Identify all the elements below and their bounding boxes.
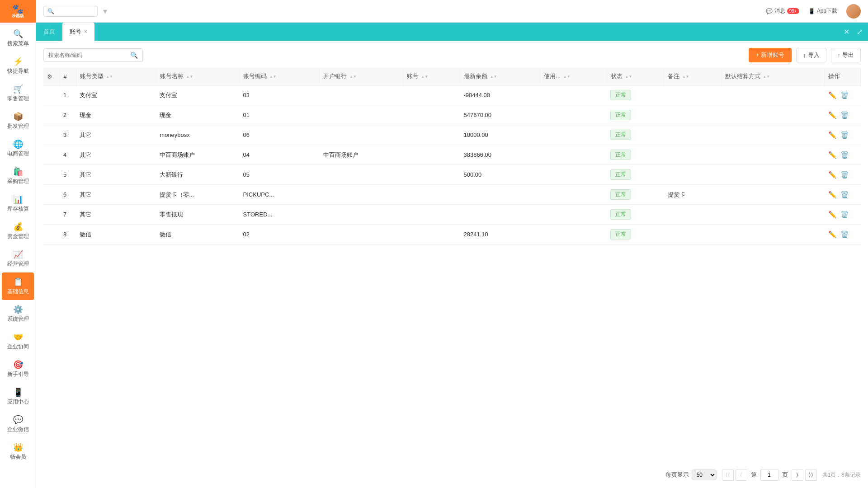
delete-row-btn[interactable]: 🗑️ <box>840 131 849 139</box>
sidebar-item-purchase[interactable]: 🛍️采购管理 <box>0 162 36 190</box>
topbar-message[interactable]: 💬 消息 99+ <box>766 7 799 15</box>
sidebar-item-label: 采购管理 <box>7 178 29 185</box>
sidebar-item-label: 企业协同 <box>7 343 29 351</box>
sidebar-item-appstore[interactable]: 📱应用中心 <box>0 383 36 410</box>
sidebar-item-guide[interactable]: 🎯新手引导 <box>0 355 36 383</box>
cell-default-settlement <box>721 225 824 244</box>
th-remark[interactable]: 备注 ▲▼ <box>664 68 721 85</box>
cell-balance: 500.00 <box>460 165 540 185</box>
add-account-button[interactable]: + 新增账号 <box>749 48 792 62</box>
th-bank[interactable]: 开户银行 ▲▼ <box>320 68 403 85</box>
sidebar-item-wechat[interactable]: 💬企业微信 <box>0 410 36 438</box>
page-prev-btn[interactable]: ⟨ <box>736 469 747 481</box>
sidebar-item-operations[interactable]: 📈经营管理 <box>0 245 36 272</box>
th-balance[interactable]: 最新余额 ▲▼ <box>460 68 540 85</box>
search-box[interactable]: 🔍 <box>43 48 143 62</box>
sidebar-item-wholesale[interactable]: 📦批发管理 <box>0 107 36 135</box>
delete-row-btn[interactable]: 🗑️ <box>840 211 849 219</box>
topbar: 🔍 ▾ 💬 消息 99+ 📱 App下载 <box>36 0 868 23</box>
edit-row-btn[interactable]: ✏️ <box>828 111 837 119</box>
sidebar-nav: 🔍搜索菜单⚡快捷导航🛒零售管理📦批发管理🌐电商管理🛍️采购管理📊库存核算💰资金管… <box>0 23 36 488</box>
cell-code: 02 <box>240 225 320 244</box>
cell-settings <box>43 205 60 225</box>
cell-code: 01 <box>240 105 320 125</box>
tab-account-label: 账号 <box>70 28 81 36</box>
edit-row-btn[interactable]: ✏️ <box>828 151 837 159</box>
sidebar-item-system[interactable]: ⚙️系统管理 <box>0 300 36 328</box>
cell-remark <box>664 85 721 105</box>
delete-row-btn[interactable]: 🗑️ <box>840 230 849 239</box>
search-submit-btn[interactable]: 🔍 <box>130 52 138 59</box>
topbar-dropdown-icon[interactable]: ▾ <box>103 6 107 16</box>
th-default-settlement[interactable]: 默认结算方式 ▲▼ <box>721 68 824 85</box>
sidebar-item-member[interactable]: 👑畅会员 <box>0 438 36 465</box>
page-size-dropdown[interactable]: 50 20 100 <box>692 469 717 480</box>
th-usage[interactable]: 使用... ▲▼ <box>540 68 607 85</box>
edit-row-btn[interactable]: ✏️ <box>828 211 837 219</box>
th-name[interactable]: 账号名称 ▲▼ <box>156 68 239 85</box>
guide-icon: 🎯 <box>13 360 23 370</box>
cell-settings <box>43 225 60 244</box>
tab-home[interactable]: 首页 <box>36 23 62 41</box>
sidebar-item-search[interactable]: 🔍搜索菜单 <box>0 24 36 52</box>
th-type[interactable]: 账号类型 ▲▼ <box>76 68 156 85</box>
page-last-btn[interactable]: ⟩⟩ <box>805 469 817 481</box>
tab-account[interactable]: 账号 × <box>62 23 94 41</box>
sidebar-item-label: 零售管理 <box>7 95 29 103</box>
export-button[interactable]: ↑ 导出 <box>831 48 861 62</box>
sidebar-item-label: 批发管理 <box>7 123 29 130</box>
sidebar-item-retail[interactable]: 🛒零售管理 <box>0 80 36 107</box>
sidebar-item-shortcut[interactable]: ⚡快捷导航 <box>0 52 36 80</box>
cell-default-settlement <box>721 105 824 125</box>
tabbar-expand-btn[interactable]: ⤢ <box>855 26 864 38</box>
cell-balance <box>460 205 540 225</box>
sidebar-item-finance[interactable]: 💰资金管理 <box>0 217 36 245</box>
cell-name: 提货卡（零... <box>156 185 239 205</box>
cell-action: ✏️ 🗑️ <box>825 165 861 185</box>
page-next-btn[interactable]: ⟩ <box>792 469 803 481</box>
topbar-app-download[interactable]: 📱 App下载 <box>808 7 837 15</box>
table-body: 1 支付宝 支付宝 03 -90444.00 正常 ✏️ 🗑️ 2 现金 现金 … <box>43 85 861 244</box>
edit-row-btn[interactable]: ✏️ <box>828 230 837 239</box>
purchase-icon: 🛍️ <box>13 167 23 177</box>
sidebar-item-ecommerce[interactable]: 🌐电商管理 <box>0 135 36 162</box>
edit-row-btn[interactable]: ✏️ <box>828 91 837 99</box>
import-icon: ↓ <box>803 52 806 59</box>
cell-status: 正常 <box>607 185 664 205</box>
content-toolbar: 🔍 + 新增账号 ↓ 导入 ↑ 导出 <box>43 48 861 62</box>
sidebar-item-inventory[interactable]: 📊库存核算 <box>0 190 36 217</box>
app-download-label: App下载 <box>817 7 837 15</box>
cell-action: ✏️ 🗑️ <box>825 145 861 165</box>
edit-row-btn[interactable]: ✏️ <box>828 191 837 199</box>
cell-usage <box>540 145 607 165</box>
cell-usage <box>540 125 607 145</box>
cell-status: 正常 <box>607 145 664 165</box>
sidebar-item-label: 资金管理 <box>7 233 29 240</box>
cell-remark <box>664 165 721 185</box>
edit-row-btn[interactable]: ✏️ <box>828 171 837 179</box>
edit-row-btn[interactable]: ✏️ <box>828 131 837 139</box>
th-settings[interactable]: ⚙ <box>43 68 60 85</box>
tab-account-close[interactable]: × <box>84 29 87 34</box>
page-number-input[interactable] <box>760 469 778 481</box>
delete-row-btn[interactable]: 🗑️ <box>840 111 849 119</box>
sidebar-item-basic[interactable]: 📋基础信息 <box>2 272 34 300</box>
import-button[interactable]: ↓ 导入 <box>796 48 826 62</box>
table-row: 5 其它 大新银行 05 500.00 正常 ✏️ 🗑️ <box>43 165 861 185</box>
user-avatar[interactable] <box>846 4 861 19</box>
th-status[interactable]: 状态 ▲▼ <box>607 68 664 85</box>
cell-account <box>403 165 460 185</box>
page-first-btn[interactable]: ⟨⟨ <box>722 469 734 481</box>
sidebar-item-enterprise[interactable]: 🤝企业协同 <box>0 328 36 355</box>
tabbar-close-btn[interactable]: ✕ <box>842 26 851 38</box>
delete-row-btn[interactable]: 🗑️ <box>840 151 849 159</box>
cell-type: 现金 <box>76 105 156 125</box>
delete-row-btn[interactable]: 🗑️ <box>840 171 849 179</box>
th-account[interactable]: 账号 ▲▼ <box>403 68 460 85</box>
search-input[interactable] <box>48 52 127 58</box>
th-code[interactable]: 账号编码 ▲▼ <box>240 68 320 85</box>
topbar-search-icon: 🔍 <box>47 8 54 14</box>
delete-row-btn[interactable]: 🗑️ <box>840 91 849 99</box>
delete-row-btn[interactable]: 🗑️ <box>840 191 849 199</box>
cell-type: 其它 <box>76 165 156 185</box>
